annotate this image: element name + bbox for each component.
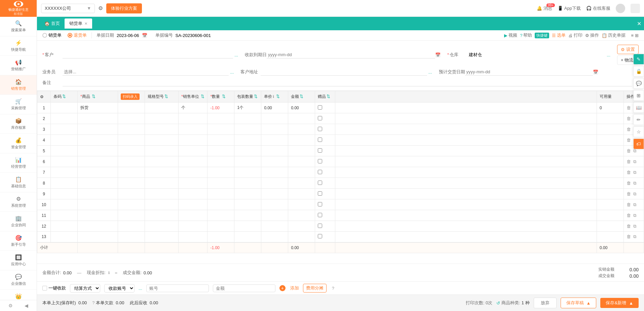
row-gift[interactable] (315, 221, 335, 232)
expense-split-btn[interactable]: 费用分摊 (303, 284, 327, 293)
th-price[interactable]: 单价ℹ ⇅ (261, 91, 288, 103)
delete-icon[interactable]: 🗑 (627, 170, 631, 175)
row-gift[interactable] (315, 210, 335, 221)
row-qty[interactable] (207, 124, 234, 135)
float-book-btn[interactable]: 📖 (633, 102, 644, 113)
row-pkgqty[interactable] (234, 178, 261, 189)
row-amount[interactable] (288, 135, 315, 146)
row-price[interactable] (261, 113, 288, 124)
row-price[interactable] (261, 189, 288, 199)
row-pkgqty[interactable] (234, 210, 261, 221)
row-product[interactable] (78, 124, 118, 135)
amount-input[interactable] (146, 284, 209, 292)
row-unit[interactable] (179, 146, 207, 156)
copy-icon[interactable]: ⧉ (633, 159, 636, 164)
customer-address-input[interactable] (261, 68, 427, 76)
row-pkgqty[interactable] (234, 167, 261, 178)
delete-icon[interactable]: 🗑 (627, 138, 631, 143)
grid-tile-icon[interactable]: ⊞ (635, 33, 639, 38)
user-avatar[interactable] (616, 4, 625, 13)
delivery-cal-icon[interactable]: 📅 (593, 70, 598, 75)
row-price[interactable] (261, 221, 288, 232)
delete-icon[interactable]: 🗑 (627, 202, 631, 207)
row-barcode[interactable] (51, 156, 78, 167)
row-price[interactable] (261, 210, 288, 221)
account-dots[interactable]: ... (139, 286, 142, 291)
row-price[interactable] (261, 232, 288, 242)
row-price[interactable] (261, 199, 288, 210)
row-price[interactable] (261, 167, 288, 178)
row-spec[interactable] (145, 189, 179, 199)
row-gift[interactable] (315, 113, 335, 124)
delete-icon[interactable]: 🗑 (627, 213, 631, 218)
row-qty[interactable] (207, 135, 234, 146)
row-spec[interactable] (145, 124, 179, 135)
th-qty[interactable]: *数量 ⇅ (207, 91, 234, 103)
row-product[interactable] (78, 232, 118, 242)
row-gift[interactable] (315, 124, 335, 135)
row-unit[interactable] (179, 199, 207, 210)
th-amount[interactable]: 金额⇅ (288, 91, 315, 103)
one-click-checkbox[interactable] (42, 286, 47, 290)
row-barcode[interactable] (51, 221, 78, 232)
sidebar-item-search[interactable]: 🔍 搜索菜单 (0, 17, 37, 36)
row-pkgqty[interactable] (234, 135, 261, 146)
grid-list-icon[interactable]: ≡ (631, 33, 634, 38)
row-price[interactable] (261, 178, 288, 189)
sidebar-item-guide[interactable]: 🎯 新手引导 (0, 231, 37, 251)
user-menu-btn[interactable] (631, 4, 640, 13)
row-qty[interactable] (207, 221, 234, 232)
row-barcode[interactable] (51, 199, 78, 210)
sales-order-radio[interactable]: 销货单 (42, 32, 62, 38)
tab-home[interactable]: 🏠 首页 (40, 18, 65, 29)
copy-icon[interactable]: ⧉ (633, 213, 636, 218)
row-product[interactable] (78, 199, 118, 210)
row-amount[interactable] (288, 189, 315, 199)
row-unit[interactable] (179, 221, 207, 232)
sidebar-item-wechat[interactable]: 💬 企业微信 (0, 270, 37, 290)
sidebar-item-system[interactable]: ⚙ 系统管理 (0, 192, 37, 212)
copy-icon[interactable]: ⧉ (633, 224, 636, 229)
bank-account-select[interactable]: 收款账号 (104, 284, 135, 293)
row-product[interactable] (78, 156, 118, 167)
sidebar-item-finance[interactable]: 💰 资金管理 (0, 134, 37, 153)
row-qty[interactable]: -1.00 (207, 103, 234, 113)
sidebar-item-marketing[interactable]: 📢 营销推广 (0, 56, 37, 75)
salesperson-dots[interactable]: ... (230, 70, 234, 75)
row-product[interactable] (78, 167, 118, 178)
row-unit[interactable] (179, 167, 207, 178)
row-barcode[interactable] (51, 210, 78, 221)
add-payment-btn[interactable]: + (279, 285, 286, 291)
row-qty[interactable] (207, 156, 234, 167)
payment-cal-icon[interactable]: 📅 (435, 52, 441, 57)
copy-icon[interactable]: ⧉ (633, 202, 636, 207)
row-gift[interactable] (315, 103, 335, 113)
float-star-btn[interactable]: ☆ (633, 126, 644, 137)
row-amount[interactable] (288, 221, 315, 232)
delete-icon[interactable]: 🗑 (627, 159, 631, 164)
row-qty[interactable] (207, 178, 234, 189)
row-spec[interactable] (145, 199, 179, 210)
row-amount[interactable] (288, 178, 315, 189)
copy-icon[interactable]: ⧉ (633, 181, 636, 186)
shortcuts-action[interactable]: 快捷键 (535, 33, 549, 38)
row-barcode[interactable] (51, 167, 78, 178)
row-unit[interactable] (179, 232, 207, 242)
row-barcode[interactable] (51, 113, 78, 124)
row-amount[interactable] (288, 167, 315, 178)
tab-sales-order[interactable]: 销货单 ✕ (65, 18, 92, 29)
question-icon[interactable]: ? (332, 286, 334, 291)
row-product[interactable] (78, 189, 118, 199)
row-price[interactable] (261, 146, 288, 156)
row-gift[interactable] (315, 156, 335, 167)
refresh-icon[interactable]: ↺ (496, 301, 500, 306)
row-gift[interactable] (315, 135, 335, 146)
th-gift[interactable]: 赠品⇅ (315, 91, 335, 103)
row-unit[interactable] (179, 189, 207, 199)
sidebar-item-operations[interactable]: 📊 经营管理 (0, 153, 37, 173)
payment-due-input[interactable] (267, 51, 435, 59)
row-gift[interactable] (315, 232, 335, 242)
sidebar-item-sales[interactable]: 🏠 销售管理 (0, 75, 37, 95)
th-product[interactable]: *商品 ⇅ (78, 91, 118, 103)
row-barcode[interactable] (51, 135, 78, 146)
